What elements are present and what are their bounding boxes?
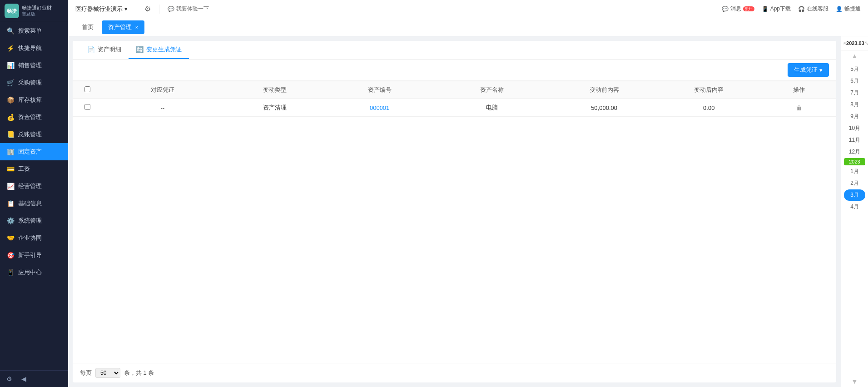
total-text: 条，共 1 条 (124, 369, 154, 377)
sidebar-item-guide[interactable]: 🎯 新手引导 (0, 247, 68, 264)
company-dropdown-icon: ▾ (124, 5, 128, 12)
sidebar-item-enterprise[interactable]: 🤝 企业协同 (0, 229, 68, 247)
company-selector[interactable]: 医疗器械行业演示 ▾ (75, 5, 128, 13)
logo-badge: 普及版 (22, 11, 52, 17)
timeline-month-2[interactable]: 2月 (844, 178, 865, 189)
timeline-header: × 2023.03 ⤡ (841, 36, 868, 50)
timeline-nav-up[interactable]: ▲ (841, 50, 868, 61)
pagination: 每页 50 10 20 100 条，共 1 条 (73, 363, 836, 382)
settings-bottom-icon[interactable]: ⚙ (6, 375, 12, 382)
timeline-month-6[interactable]: 6月 (844, 75, 865, 87)
select-all-checkbox[interactable] (84, 86, 90, 92)
tab-home[interactable]: 首页 (75, 20, 100, 34)
sidebar-item-label: 系统管理 (18, 217, 42, 225)
basicinfo-icon: 📋 (6, 200, 15, 207)
app-download-button[interactable]: 📱 App下载 (762, 5, 791, 13)
sidebar-item-ledger[interactable]: 📒 总账管理 (0, 126, 68, 143)
sidebar-item-system[interactable]: ⚙️ 系统管理 (0, 212, 68, 229)
sidebar-item-apps[interactable]: 📱 应用中心 (0, 264, 68, 281)
timeline-nav-down[interactable]: ▼ (841, 376, 868, 387)
per-page-select[interactable]: 50 10 20 100 (95, 368, 120, 378)
row-checkbox[interactable] (84, 104, 90, 110)
sidebar: 畅捷 畅捷通好业财 普及版 🔍 搜索菜单 ⚡ 快捷导航 📊 销售管理 🛒 采购管… (0, 0, 68, 387)
sidebar-item-label: 企业协同 (18, 234, 42, 242)
nav-tabs: 首页 资产管理 × (68, 18, 868, 36)
sidebar-item-label: 新手引导 (18, 251, 42, 259)
th-code: 资产编号 (327, 81, 432, 99)
operations-icon: 📈 (6, 183, 15, 190)
timeline-close-icon[interactable]: × (843, 40, 846, 46)
sidebar-item-inventory[interactable]: 📦 库存核算 (0, 91, 68, 109)
user-label: 畅捷通 (844, 5, 861, 13)
generate-voucher-button[interactable]: 生成凭证 ▾ (788, 63, 829, 77)
main-content: 医疗器械行业演示 ▾ ⚙ 💬 我要体验一下 💬 消息 99+ 📱 App下载 🎧… (68, 0, 868, 387)
row-code[interactable]: 000001 (327, 99, 432, 117)
sidebar-item-quicknav[interactable]: ⚡ 快捷导航 (0, 40, 68, 57)
subtab-label: 变更生成凭证 (146, 45, 182, 54)
sidebar-item-label: 销售管理 (18, 61, 42, 69)
timeline-month-9[interactable]: 9月 (844, 111, 865, 122)
sidebar-item-label: 搜索菜单 (18, 27, 42, 35)
message-button[interactable]: 💬 消息 99+ (722, 5, 754, 13)
message-badge: 99+ (743, 6, 754, 11)
timeline-month-4[interactable]: 4月 (844, 201, 865, 213)
sidebar-item-payroll[interactable]: 💳 工资 (0, 160, 68, 178)
sidebar-item-search[interactable]: 🔍 搜索菜单 (0, 22, 68, 40)
guide-icon: 🎯 (6, 252, 15, 259)
user-icon: 👤 (836, 6, 843, 12)
topbar-right: 💬 消息 99+ 📱 App下载 🎧 在线客服 👤 畅捷通 (722, 5, 861, 13)
row-type: 资产清理 (223, 99, 327, 117)
sidebar-item-label: 采购管理 (18, 79, 42, 87)
topbar-settings-icon[interactable]: ⚙ (144, 5, 151, 13)
timeline-month-10[interactable]: 10月 (844, 123, 865, 134)
sidebar-item-sales[interactable]: 📊 销售管理 (0, 57, 68, 74)
th-action: 操作 (761, 81, 836, 99)
per-page-label: 每页 (80, 369, 92, 377)
generate-arrow-icon: ▾ (819, 67, 823, 74)
delete-row-icon[interactable]: 🗑 (796, 104, 802, 111)
service-button[interactable]: 🎧 在线客服 (798, 5, 828, 13)
sidebar-item-operations[interactable]: 📈 经营管理 (0, 178, 68, 195)
sidebar-item-label: 经营管理 (18, 182, 42, 190)
sidebar-item-basicinfo[interactable]: 📋 基础信息 (0, 195, 68, 212)
timeline-month-1[interactable]: 1月 (844, 166, 865, 177)
sidebar-bottom: ⚙ ◀ (0, 370, 68, 387)
timeline-expand-icon[interactable]: ⤡ (864, 40, 868, 46)
collapse-icon[interactable]: ◀ (21, 375, 26, 382)
sidebar-item-label: 资金管理 (18, 113, 42, 121)
sidebar-item-fixedassets[interactable]: 🏢 固定资产 (0, 143, 68, 160)
ledger-icon: 📒 (6, 131, 15, 138)
main-panel: 📄 资产明细 🔄 变更生成凭证 生成凭证 ▾ (73, 41, 836, 382)
timeline-month-12[interactable]: 12月 (844, 146, 865, 158)
th-name: 资产名称 (432, 81, 552, 99)
user-button[interactable]: 👤 畅捷通 (836, 5, 861, 13)
logo-icon: 畅捷 (5, 4, 19, 18)
asset-detail-icon: 📄 (87, 46, 95, 53)
sidebar-item-funds[interactable]: 💰 资金管理 (0, 109, 68, 126)
timeline-month-7[interactable]: 7月 (844, 87, 865, 99)
timeline-month-5[interactable]: 5月 (844, 64, 865, 75)
row-checkbox-cell (73, 99, 103, 117)
timeline-month-11[interactable]: 11月 (844, 134, 865, 146)
subtab-change-voucher[interactable]: 🔄 变更生成凭证 (129, 41, 189, 59)
sidebar-nav: 🔍 搜索菜单 ⚡ 快捷导航 📊 销售管理 🛒 采购管理 📦 库存核算 💰 资金管… (0, 22, 68, 370)
toolbar: 生成凭证 ▾ (73, 60, 836, 81)
system-icon: ⚙️ (6, 217, 15, 224)
tab-asset-management[interactable]: 资产管理 × (102, 20, 144, 34)
service-label: 在线客服 (807, 5, 828, 13)
tab-close-icon[interactable]: × (135, 25, 138, 30)
sidebar-item-label: 总账管理 (18, 130, 42, 139)
th-type: 变动类型 (223, 81, 327, 99)
topbar-divider (136, 5, 136, 14)
subtab-asset-detail[interactable]: 📄 资产明细 (80, 41, 129, 59)
timeline-month-3[interactable]: 3月 (844, 189, 865, 201)
timeline-month-8[interactable]: 8月 (844, 99, 865, 110)
sidebar-item-label: 基础信息 (18, 199, 42, 208)
sidebar-item-purchase[interactable]: 🛒 采购管理 (0, 74, 68, 91)
sidebar-item-label: 固定资产 (18, 148, 42, 156)
inventory-icon: 📦 (6, 96, 15, 104)
experience-button[interactable]: 💬 我要体验一下 (168, 5, 209, 13)
sidebar-logo: 畅捷 畅捷通好业财 普及版 (0, 0, 68, 22)
logo-title: 畅捷通好业财 (22, 5, 52, 11)
row-after: 0.00 (656, 99, 761, 117)
